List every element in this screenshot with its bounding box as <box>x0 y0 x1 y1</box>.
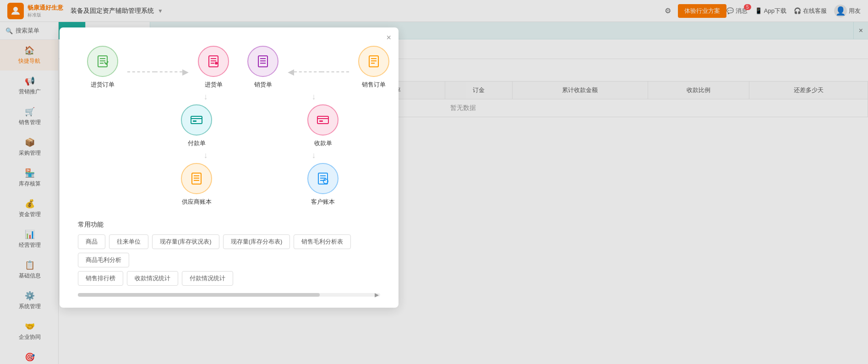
sales-bill-icon <box>247 46 278 77</box>
customer-ledger-label: 客户账本 <box>311 198 335 206</box>
receipt-bill-label: 收款单 <box>314 139 332 147</box>
receipt-bill-icon <box>307 104 338 136</box>
func-btn-stock-status[interactable]: 现存量(库存状况表) <box>152 234 219 249</box>
sales-order-icon <box>358 46 389 77</box>
func-btn-product-margin[interactable]: 商品毛利分析 <box>78 253 129 267</box>
func-btn-payment-stats[interactable]: 付款情况统计 <box>182 271 233 286</box>
down-arrow-customer: ↓ <box>298 151 329 159</box>
payment-bill-label: 付款单 <box>188 139 206 147</box>
scroll-right-btn[interactable]: ▶ <box>373 291 380 299</box>
func-btn-receipt-stats[interactable]: 收款情况统计 <box>127 271 178 286</box>
sales-bill-node[interactable]: 销货单 <box>247 46 278 89</box>
func-btn-sales-rank[interactable]: 销售排行榜 <box>78 271 123 286</box>
flow-row-5: 供应商账本 客户账本 <box>78 159 380 210</box>
func-btn-product[interactable]: 商品 <box>78 234 105 249</box>
flow-row-1: 进货订单 ▶ 进货单 <box>78 42 380 92</box>
purchase-bill-icon <box>198 46 229 77</box>
svg-rect-18 <box>191 116 202 124</box>
purchase-bill-label: 进货单 <box>205 81 223 89</box>
func-btn-stock-dist[interactable]: 现存量(库存分布表) <box>223 234 290 249</box>
customer-ledger-node[interactable]: 客户账本 <box>307 163 338 206</box>
flow-row-4: ↓ ↓ <box>78 151 380 159</box>
arrow-2: ▶ <box>288 67 349 77</box>
purchase-order-icon <box>87 46 118 77</box>
common-functions: 常用功能 商品 往来单位 现存量(库存状况表) 现存量(库存分布表) 销售毛利分… <box>78 221 380 286</box>
customer-ledger-icon <box>307 163 338 194</box>
main-area: 🔍 搜索菜单 🏠 快捷导航 📢 营销推广 🛒 销售管理 📦 采购管理 🏪 <box>0 22 868 364</box>
svg-point-9 <box>215 62 218 65</box>
payment-bill-icon <box>181 104 212 136</box>
arrow-1: ▶ <box>127 67 189 77</box>
svg-rect-23 <box>319 120 323 122</box>
flow-row-3: 付款单 收款单 <box>78 101 380 151</box>
purchase-bill-node[interactable]: 进货单 <box>198 46 229 89</box>
down-arrow-receipt: ↓ <box>298 92 329 101</box>
modal-overlay[interactable]: × 进货订单 <box>59 22 868 364</box>
down-arrow-payment: ↓ <box>190 92 221 101</box>
scrollbar-thumb <box>78 293 320 297</box>
supplier-ledger-label: 供应商账本 <box>182 198 212 206</box>
func-btn-units[interactable]: 往来单位 <box>109 234 148 249</box>
func-btn-sales-margin[interactable]: 销售毛利分析表 <box>294 234 351 249</box>
flow-diagram: 进货订单 ▶ 进货单 <box>78 42 380 210</box>
sales-bill-label: 销货单 <box>254 81 272 89</box>
supplier-ledger-node[interactable]: 供应商账本 <box>181 163 212 206</box>
svg-rect-21 <box>317 116 328 124</box>
app-container: 畅康通好生意 标准版 装备及固定资产辅助管理系统 ▼ ⚙ 体验行业方案 💬 消息… <box>0 0 868 364</box>
payment-bill-node[interactable]: 付款单 <box>181 104 212 147</box>
flow-row-2: ↓ ↓ <box>78 92 380 101</box>
purchase-order-label: 进货订单 <box>91 81 115 89</box>
func-buttons-row-1: 商品 往来单位 现存量(库存状况表) 现存量(库存分布表) 销售毛利分析表 商品… <box>78 234 380 267</box>
panel-close-button[interactable]: × <box>386 33 391 43</box>
content-area: 首页 销售订单执行表 × × ❓ 帮助 🖨 按模板打印 <box>59 22 868 364</box>
down-arrow-supplier: ↓ <box>190 151 221 159</box>
sales-order-node[interactable]: 销售订单 <box>358 46 389 89</box>
supplier-ledger-icon <box>181 163 212 194</box>
common-funcs-title: 常用功能 <box>78 221 380 229</box>
svg-rect-20 <box>193 120 197 122</box>
panel-scrollbar[interactable]: ▶ <box>78 293 380 297</box>
purchase-order-node[interactable]: 进货订单 <box>87 46 118 89</box>
quick-nav-panel: × 进货订单 <box>60 27 399 308</box>
func-buttons-row-2: 销售排行榜 收款情况统计 付款情况统计 <box>78 271 380 286</box>
receipt-bill-node[interactable]: 收款单 <box>307 104 338 147</box>
sales-order-label: 销售订单 <box>362 81 386 89</box>
